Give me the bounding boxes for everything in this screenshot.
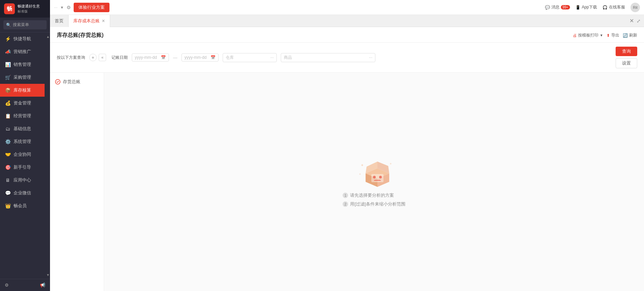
filter-collapse-button[interactable]: « <box>99 54 106 61</box>
user-avatar[interactable]: Rit <box>630 3 640 12</box>
filter-label: 按以下方案查询 <box>57 55 85 60</box>
content-area: 存货总账 <box>50 73 644 291</box>
finance-icon: 💰 <box>5 100 11 106</box>
purchase-icon: 🛒 <box>5 74 11 80</box>
svg-text:✦: ✦ <box>389 162 392 166</box>
panel-expand-icon[interactable]: ⤢ <box>637 18 641 24</box>
inventory-icon: 📦 <box>5 87 11 93</box>
refresh-button[interactable]: 🔄 刷新 <box>623 32 637 38</box>
breadcrumb: ··· <box>54 5 57 10</box>
warehouse-more-icon: ··· <box>270 55 274 60</box>
sidebar-item-finance[interactable]: 💰 资金管理 <box>0 97 45 110</box>
product-more-icon: ··· <box>369 55 372 60</box>
settings-button[interactable]: ⚙ <box>5 283 9 288</box>
headset-icon: 🎧 <box>602 5 608 10</box>
export-icon: ⬆ <box>606 33 610 38</box>
operations-icon: 📋 <box>5 113 11 119</box>
marketing-icon: 📣 <box>5 49 11 55</box>
refresh-icon: 🔄 <box>623 33 628 38</box>
sales-icon: 📊 <box>5 62 11 68</box>
print-button[interactable]: 🖨 按模板打印 ▼ <box>573 32 603 38</box>
chevron-down-icon: ▼ <box>60 5 64 9</box>
topbar: ··· ▼ ⚙ 体验行业方案 💬 消息 99+ 📱 App下载 🎧 在线客服 R… <box>50 0 644 15</box>
tab-close-icon[interactable]: ✕ <box>102 19 105 23</box>
empty-tip-2: 2 用[过滤]条件来缩小分析范围 <box>343 201 405 207</box>
member-icon: 👑 <box>5 203 11 209</box>
page-header: 库存总账(存货总账) 🖨 按模板打印 ▼ ⬆ 导出 🔄 刷新 <box>50 27 644 43</box>
sidebar-item-wechat[interactable]: 💬 企业微信 <box>0 187 45 199</box>
svg-point-7 <box>373 176 376 178</box>
empty-tips: 1 请先选择要分析的方案 2 用[过滤]条件来缩小分析范围 <box>343 192 405 207</box>
print-chevron-icon: ▼ <box>600 33 603 37</box>
logo-text: 畅捷通好生意 标准版 <box>18 4 40 14</box>
scheme-sidebar: 存货总账 <box>50 73 104 291</box>
date-separator: — <box>173 55 177 60</box>
sidebar-item-inventory[interactable]: 📦 库存核算 <box>0 84 45 97</box>
industry-solution-button[interactable]: 体验行业方案 <box>74 3 109 12</box>
guide-icon: 🎯 <box>5 164 11 170</box>
online-support-button[interactable]: 🎧 在线客服 <box>602 4 625 10</box>
sidebar-item-operations[interactable]: 📋 经营管理 <box>0 110 45 122</box>
svg-point-8 <box>379 176 382 178</box>
speaker-button[interactable]: 📢 <box>40 283 45 288</box>
empty-tip-1: 1 请先选择要分析的方案 <box>343 192 405 198</box>
main-area: ··· ▼ ⚙ 体验行业方案 💬 消息 99+ 📱 App下载 🎧 在线客服 R… <box>50 0 644 291</box>
date-end-input[interactable]: yyyy-mm-dd 📅 <box>181 53 219 62</box>
wechat-icon: 💬 <box>5 190 11 196</box>
settings-button[interactable]: 设置 <box>616 58 637 68</box>
warehouse-select[interactable]: 仓库 ··· <box>223 53 277 62</box>
query-button[interactable]: 查询 <box>616 47 637 56</box>
empty-state: ✦ ✦ ✦ 1 请先选择要分析的方案 2 用[过滤]条件来缩小分析范围 <box>343 156 405 207</box>
message-icon: 💬 <box>545 5 550 10</box>
sidebar-item-basic-info[interactable]: 🗂 基础信息 <box>0 122 45 135</box>
svg-text:✦: ✦ <box>361 163 364 168</box>
sidebar-item-purchase[interactable]: 🛒 采购管理 <box>0 71 45 84</box>
settings-icon[interactable]: ⚙ <box>67 5 71 10</box>
page-title: 库存总账(存货总账) <box>57 32 104 39</box>
message-badge: 99+ <box>561 5 570 9</box>
app-download-button[interactable]: 📱 App下载 <box>575 4 597 10</box>
page-title-row: 库存总账(存货总账) 🖨 按模板打印 ▼ ⬆ 导出 🔄 刷新 <box>57 32 637 39</box>
filter-row: 按以下方案查询 + « 记账日期 yyyy-mm-dd 📅 — yyyy-mm-… <box>57 47 637 68</box>
data-area: ✦ ✦ ✦ 1 请先选择要分析的方案 2 用[过滤]条件来缩小分析范围 <box>104 73 644 291</box>
svg-rect-6 <box>371 174 383 182</box>
date-label: 记账日期 <box>112 55 128 60</box>
sidebar-item-quick-nav[interactable]: ⚡ 快捷导航 <box>0 32 45 45</box>
sidebar-bottom: ⚙ 📢 <box>0 279 50 291</box>
sidebar-item-guide[interactable]: 🎯 新手引导 <box>0 161 45 174</box>
scheme-item-inventory[interactable]: 存货总账 <box>50 76 104 88</box>
sidebar-search-section[interactable]: 🔍 搜索菜单 <box>0 18 50 32</box>
message-button[interactable]: 💬 消息 99+ <box>545 4 570 10</box>
filter-add-button[interactable]: + <box>89 54 97 61</box>
app-center-icon: 🖥 <box>5 177 11 183</box>
logo-icon: 畅 <box>4 3 15 14</box>
panel-close-icon[interactable]: ✕ <box>629 18 634 24</box>
sidebar-item-sales[interactable]: 📊 销售管理 <box>0 58 45 71</box>
calendar-end-icon: 📅 <box>210 55 216 60</box>
filter-actions: + « <box>89 54 106 61</box>
sidebar: 畅 畅捷通好生意 标准版 🔍 搜索菜单 ⚡ 快捷导航 📣 营销推广 📊 销售管理 <box>0 0 50 291</box>
sidebar-scroll-down[interactable]: ▼ <box>45 272 50 277</box>
sidebar-scroll-up[interactable]: ▲ <box>45 34 50 39</box>
phone-icon: 📱 <box>575 5 580 10</box>
tip-num-2: 2 <box>343 201 348 207</box>
topbar-right: 💬 消息 99+ 📱 App下载 🎧 在线客服 Rit <box>545 3 640 12</box>
sidebar-item-cooperation[interactable]: 🤝 企业协同 <box>0 148 45 161</box>
sidebar-logo: 畅 畅捷通好生意 标准版 <box>0 0 50 18</box>
sidebar-nav: ⚡ 快捷导航 📣 营销推广 📊 销售管理 🛒 采购管理 📦 库存核算 💰 <box>0 32 45 279</box>
calendar-start-icon: 📅 <box>161 55 166 60</box>
sidebar-item-marketing[interactable]: 📣 营销推广 <box>0 45 45 58</box>
sidebar-item-system[interactable]: ⚙️ 系统管理 <box>0 135 45 148</box>
empty-illustration: ✦ ✦ ✦ <box>357 156 391 187</box>
date-start-input[interactable]: yyyy-mm-dd 📅 <box>132 53 169 62</box>
tab-inventory-ledger[interactable]: 库存成本总账 ✕ <box>69 15 110 27</box>
scheme-item-icon <box>55 79 61 85</box>
tab-home[interactable]: 首页 <box>50 15 69 27</box>
export-button[interactable]: ⬆ 导出 <box>606 32 619 38</box>
product-select[interactable]: 商品 ··· <box>281 53 375 62</box>
sidebar-search-input[interactable]: 🔍 搜索菜单 <box>3 20 47 29</box>
svg-text:✦: ✦ <box>359 173 361 176</box>
filter-right-buttons: 查询 设置 <box>616 47 637 68</box>
sidebar-item-app-center[interactable]: 🖥 应用中心 <box>0 174 45 187</box>
sidebar-item-member[interactable]: 👑 畅会员 <box>0 199 45 212</box>
